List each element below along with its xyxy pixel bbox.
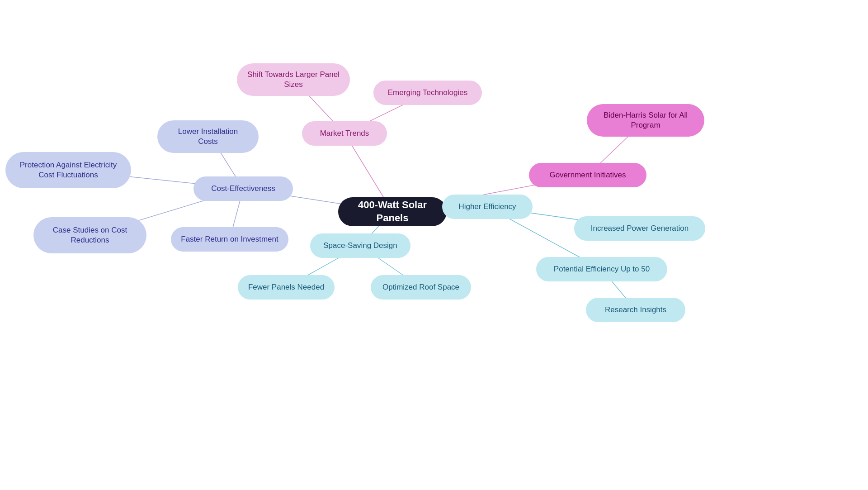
node-fewer-panels: Fewer Panels Needed: [238, 275, 335, 300]
node-optimized-roof: Optimized Roof Space: [371, 275, 471, 300]
node-potential-efficiency: Potential Efficiency Up to 50: [536, 257, 667, 281]
node-shift-larger: Shift Towards Larger Panel Sizes: [237, 63, 350, 96]
node-space-saving: Space-Saving Design: [310, 233, 410, 258]
node-faster-roi: Faster Return on Investment: [171, 227, 288, 252]
node-govt-initiatives: Government Initiatives: [529, 163, 646, 187]
node-cost-effectiveness: Cost-Effectiveness: [193, 176, 293, 201]
node-increased-power: Increased Power Generation: [574, 216, 705, 241]
node-emerging-tech: Emerging Technologies: [373, 81, 482, 105]
node-lower-install: Lower Installation Costs: [157, 120, 259, 153]
node-research-insights: Research Insights: [586, 298, 685, 322]
mind-map-container: 400-Watt Solar PanelsMarket TrendsShift …: [0, 0, 868, 490]
center-node: 400-Watt Solar Panels: [338, 197, 447, 226]
node-biden-harris: Biden-Harris Solar for All Program: [587, 104, 704, 137]
node-protection: Protection Against Electricity Cost Fluc…: [5, 152, 131, 188]
node-higher-efficiency: Higher Efficiency: [442, 195, 533, 219]
node-market-trends: Market Trends: [302, 121, 387, 146]
node-case-studies: Case Studies on Cost Reductions: [33, 217, 146, 253]
